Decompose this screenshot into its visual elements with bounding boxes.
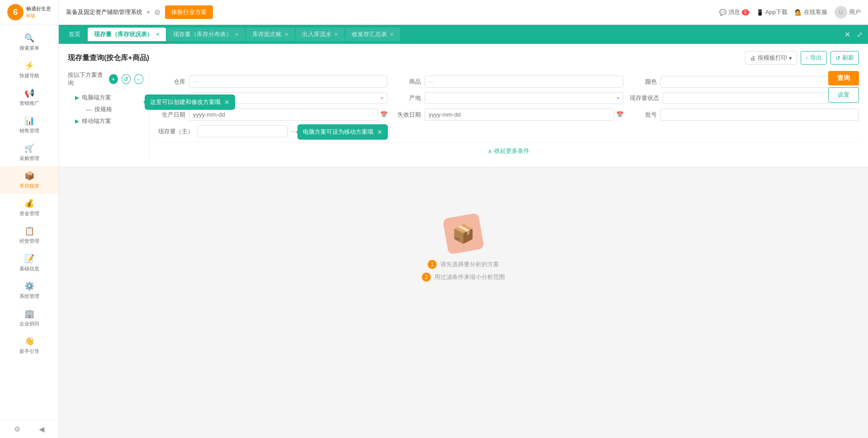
sidebar-item-marketing[interactable]: 📢 营销推广 [0,84,58,111]
sidebar-collapse-btn[interactable]: ◀ [39,425,44,433]
tab-home[interactable]: 首页 [62,28,87,41]
warehouse-dots: ··· [193,78,198,85]
sidebar-item-inventory[interactable]: 📦 库存核算 [0,166,58,194]
filter-rows: 仓库 ··· 商品 ··· [158,75,859,137]
tree-sub-label: 按规格 [94,105,112,113]
expire-date-icon[interactable]: 📅 [616,111,623,118]
header-left: 装备及固定资产辅助管理系统 ▾ ⚙ 体验行业方案 [66,5,213,19]
tab-receive-summary[interactable]: 收发存汇总表 ✕ [345,28,400,41]
empty-step-1: 1 请先选择要分析的方案 [428,260,499,269]
filter-item-stock-status: 现存量状态 ▾ [630,92,859,104]
goods-control[interactable]: ··· [425,75,623,88]
tab-inventory-status-label: 现存量（库存状况表） [94,30,153,38]
sidebar-item-system[interactable]: ⚙️ 系统管理 [0,277,58,304]
filter-row-1: 仓库 ··· 商品 ··· [158,75,859,88]
message-btn[interactable]: 💬 消息 6 [719,8,749,16]
message-badge: 6 [742,9,749,15]
empty-icon-box: 📦 [443,213,485,255]
btn-template-print[interactable]: 🖨 按模板打印 ▾ [745,51,797,65]
tab-inventory-dist-close[interactable]: ✕ [235,32,239,38]
tooltip1-text: 电脑方案可设为移动方案哦 [303,128,373,136]
sidebar-settings-btn[interactable]: ⚙ [14,425,20,433]
sidebar-item-enterprise[interactable]: 🏢 企业协同 [0,304,58,332]
sidebar-logo: 6 畅通好生意 标版 [0,0,58,25]
tab-receive-summary-close[interactable]: ✕ [390,32,394,38]
page-actions: 🖨 按模板打印 ▾ ↑ 导出 ↺ 刷新 [745,51,859,65]
tab-inventory-status[interactable]: 现存量（库存状况表） ✕ [88,28,166,41]
tree-sub-item-1[interactable]: — 按规格 [79,104,143,115]
search-add-btn[interactable]: + [109,74,118,84]
expire-date-input[interactable] [425,108,614,121]
sidebar: 6 畅通好生意 标版 🔍 搜索菜单 ⚡ 快捷导航 📢 营销推广 📊 销售管理 🛒… [0,0,59,438]
online-service-btn[interactable]: 💁 在线客服 [795,8,827,16]
tree-item-pc[interactable]: ▶ 电脑端方案 [68,92,143,104]
header-dropdown-icon[interactable]: ▾ [147,9,150,15]
sidebar-item-purchase[interactable]: 🛒 采购管理 [0,139,58,166]
sidebar-item-sales[interactable]: 📊 销售管理 [0,111,58,139]
prod-date-control: 📅 [189,108,387,121]
system-name: 装备及固定资产辅助管理系统 [66,8,142,16]
basic-icon: 📝 [24,254,34,264]
marketing-icon: 📢 [24,88,34,98]
warehouse-control[interactable]: ··· [189,75,387,88]
btn-export[interactable]: ↑ 导出 [801,51,827,65]
step-1-circle: 1 [428,260,437,269]
sidebar-item-quick-nav[interactable]: ⚡ 快捷导航 [0,56,58,84]
header-settings-icon[interactable]: ⚙ [154,8,160,17]
tab-inventory-status-close[interactable]: ✕ [156,32,160,38]
sidebar-item-basic[interactable]: 📝 基础信息 [0,249,58,277]
expire-date-control: 📅 [425,108,623,121]
empty-face-icon: 📦 [452,223,475,245]
prod-date-icon[interactable]: 📅 [380,111,387,118]
tab-close-all-btn[interactable]: ✕ [843,28,852,41]
search-reload-btn[interactable]: ↺ [122,74,131,84]
tooltip2-text: 这里可以创建和修改方案哦 [150,98,221,106]
btn-industry[interactable]: 体验行业方案 [165,5,213,19]
page-content: 现存量查询(按仓库+商品) 🖨 按模板打印 ▾ ↑ 导出 ↺ 刷新 [59,44,868,438]
tab-inout-flow-close[interactable]: ✕ [334,32,338,38]
tab-inventory-dist[interactable]: 现存量（库存分布表） ✕ [167,28,245,41]
app-download-btn[interactable]: 📱 App下载 [756,8,788,16]
tab-expand-btn[interactable]: ⤢ [855,28,864,41]
quick-nav-icon: ⚡ [24,61,34,71]
filter-row-3: 生产日期 📅 失效日期 [158,108,859,121]
tree-label-pc: 电脑端方案 [82,94,111,102]
filter-item-expire-date: 失效日期 📅 [394,108,623,121]
main-area: 装备及固定资产辅助管理系统 ▾ ⚙ 体验行业方案 💬 消息 6 📱 App下载 … [59,0,868,438]
tab-batch-account-label: 库存批次账 [252,30,282,38]
collapse-btn[interactable]: ∧ 收起更多条件 [158,142,859,160]
tab-batch-account[interactable]: 库存批次账 ✕ [246,28,295,41]
logo-icon: 6 [7,4,24,20]
sidebar-item-operations[interactable]: 📋 经营管理 [0,221,58,249]
prod-date-label: 生产日期 [158,111,185,119]
search-back-btn[interactable]: ← [134,74,143,84]
btn-refresh[interactable]: ↺ 刷新 [830,51,859,65]
enterprise-icon: 🏢 [24,309,34,319]
operations-icon: 📋 [24,226,34,236]
origin-control[interactable]: ▾ [425,92,623,104]
btn-search[interactable]: 查询 [828,71,859,85]
btn-set[interactable]: 设置 [828,87,859,103]
batch-label: 批号 [630,111,657,119]
sidebar-item-search-menu[interactable]: 🔍 搜索菜单 [0,28,58,56]
expire-date-label: 失效日期 [394,111,421,119]
sidebar-item-finance[interactable]: 💰 资金管理 [0,194,58,221]
tab-bar: 首页 现存量（库存状况表） ✕ 现存量（库存分布表） ✕ 库存批次账 ✕ 出入库… [59,25,868,44]
inventory-icon: 📦 [24,171,34,181]
collapse-label: 收起更多条件 [494,147,529,154]
tree-label-mobile: 移动端方案 [82,117,111,125]
sidebar-item-guide[interactable]: 👋 新手引导 [0,332,58,359]
tree-arrow-mobile: ▶ [75,118,79,124]
scheme-tree: 按以下方案查询 + ↺ ← ▶ 电脑端方案 [68,71,149,160]
stock-qty-min[interactable] [197,125,288,137]
tooltip2-close[interactable]: ✕ [224,99,230,106]
tab-inout-flow[interactable]: 出入库流水 ✕ [296,28,344,41]
batch-input[interactable] [660,108,859,121]
user-btn[interactable]: U 用户 [835,6,861,19]
tab-inout-flow-label: 出入库流水 [302,30,331,38]
prod-date-input[interactable] [189,108,378,121]
tooltip1-close[interactable]: ✕ [377,128,382,136]
print-icon: 🖨 [750,55,756,61]
tab-batch-account-close[interactable]: ✕ [284,32,288,38]
tree-item-mobile[interactable]: ▶ 移动端方案 [68,115,143,127]
